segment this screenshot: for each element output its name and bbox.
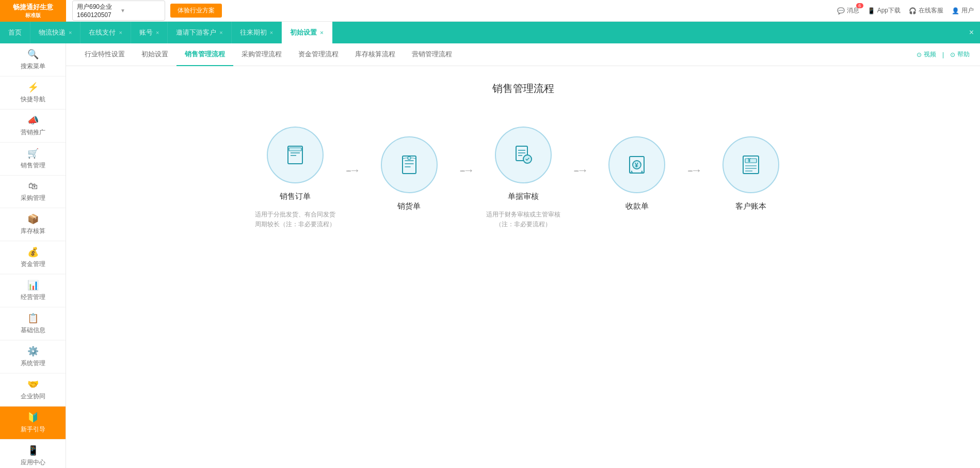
nav-tab-payment-close[interactable]: × bbox=[119, 29, 122, 36]
video-label: 视频 bbox=[924, 50, 936, 59]
page-title: 销售管理流程 bbox=[87, 82, 959, 96]
nav-tabs: 首页 物流快递 × 在线支付 × 账号 × 邀请下游客户 × 往来期初 × 初始… bbox=[0, 22, 980, 43]
mobile-icon: 📱 bbox=[27, 445, 39, 456]
sub-tabs-right: ⊙ 视频 | ⊙ 帮助 bbox=[917, 50, 970, 59]
message-button[interactable]: 💬 消息 6 bbox=[837, 6, 859, 15]
sidebar-item-marketing-promo-label: 营销推广 bbox=[21, 128, 45, 137]
nav-tab-logistics-label: 物流快递 bbox=[39, 28, 66, 37]
nav-tab-account-label: 账号 bbox=[139, 28, 153, 37]
flow-arrow-1: --→ bbox=[346, 164, 359, 177]
nav-close-all-button[interactable]: × bbox=[963, 22, 980, 43]
flow-label-receipt: 收款单 bbox=[625, 201, 649, 211]
chart-icon: 📊 bbox=[27, 279, 39, 291]
sidebar-item-sales-mgmt[interactable]: 🛒 销售管理 bbox=[0, 143, 66, 176]
flow-diagram: 销售订单 适用于分批发货、有合同发货周期较长（注：非必要流程） --→ bbox=[87, 127, 959, 229]
search-icon: 🔍 bbox=[27, 49, 39, 60]
app-download-label: App下载 bbox=[877, 6, 901, 15]
nav-tab-init-settings-close[interactable]: × bbox=[320, 29, 323, 36]
sidebar-item-purchase-mgmt[interactable]: 🛍 采购管理 bbox=[0, 176, 66, 208]
sub-tab-purchase-flow[interactable]: 采购管理流程 bbox=[233, 43, 290, 66]
nav-tab-logistics[interactable]: 物流快递 × bbox=[30, 22, 81, 43]
sidebar-item-app-center[interactable]: 📱 应用中心 bbox=[0, 440, 66, 468]
flow-desc-doc-review: 适用于财务审核或主管审核（注：非必要流程） bbox=[482, 210, 565, 229]
flow-circle-delivery[interactable] bbox=[381, 136, 438, 193]
sidebar-item-marketing-promo[interactable]: 📣 营销推广 bbox=[0, 110, 66, 143]
content-area: 行业特性设置 初始设置 销售管理流程 采购管理流程 资金管理流程 库存核算流程 bbox=[66, 43, 980, 468]
nav-tab-invite-label: 邀请下游客户 bbox=[176, 28, 216, 37]
online-service-label: 在线客服 bbox=[919, 6, 943, 15]
nav-tab-logistics-close[interactable]: × bbox=[69, 29, 72, 36]
money-icon: 💰 bbox=[27, 246, 39, 258]
nav-tab-account[interactable]: 账号 × bbox=[131, 22, 168, 43]
flow-circle-receipt[interactable]: ¥ bbox=[608, 136, 665, 193]
sub-tab-sales-flow[interactable]: 销售管理流程 bbox=[176, 43, 233, 66]
user-menu-label: 用户 bbox=[961, 6, 974, 15]
flow-label-delivery: 销货单 bbox=[397, 201, 421, 211]
user-selector[interactable]: 用户690企业1660120507 ▼ bbox=[72, 1, 165, 21]
help-icon: ⊙ bbox=[950, 51, 955, 58]
flow-label-customer-ledger: 客户账本 bbox=[735, 201, 766, 211]
nav-tab-home[interactable]: 首页 bbox=[0, 22, 30, 43]
sub-tabs: 行业特性设置 初始设置 销售管理流程 采购管理流程 资金管理流程 库存核算流程 bbox=[66, 43, 980, 66]
sidebar-item-enterprise-coop[interactable]: 🤝 企业协同 bbox=[0, 373, 66, 407]
sidebar-item-inventory-label: 库存核算 bbox=[21, 227, 45, 236]
sub-tab-finance-flow[interactable]: 资金管理流程 bbox=[290, 43, 347, 66]
svg-point-6 bbox=[408, 157, 411, 160]
sub-tabs-left: 行业特性设置 初始设置 销售管理流程 采购管理流程 资金管理流程 库存核算流程 bbox=[76, 43, 460, 66]
online-service-button[interactable]: 🎧 在线客服 bbox=[909, 6, 943, 15]
sub-tab-init[interactable]: 初始设置 bbox=[133, 43, 176, 66]
user-avatar-icon: 👤 bbox=[952, 7, 959, 14]
flow-item-sales-order: 销售订单 适用于分批发货、有合同发货周期较长（注：非必要流程） bbox=[249, 127, 342, 229]
box-icon: 📦 bbox=[27, 213, 39, 225]
page-content: 销售管理流程 销售订单 适用于分批发货、有合同 bbox=[66, 66, 980, 245]
sidebar-item-app-center-label: 应用中心 bbox=[21, 458, 45, 467]
guide-icon: 🔰 bbox=[27, 412, 39, 423]
sidebar-item-quick-nav[interactable]: ⚡ 快捷导航 bbox=[0, 76, 66, 110]
handshake-icon: 🤝 bbox=[27, 379, 39, 390]
gear-icon: ⚙️ bbox=[27, 346, 39, 357]
video-help-button[interactable]: ⊙ 视频 bbox=[917, 50, 936, 59]
sub-tab-inventory-flow[interactable]: 库存核算流程 bbox=[347, 43, 404, 66]
logo-title: 畅捷通好生意 bbox=[13, 3, 53, 12]
sidebar-item-ops-mgmt[interactable]: 📊 经营管理 bbox=[0, 274, 66, 307]
trial-button[interactable]: 体验行业方案 bbox=[170, 4, 222, 18]
flow-label-sales-order: 销售订单 bbox=[280, 192, 311, 201]
user-selector-label: 用户690企业1660120507 bbox=[77, 3, 117, 19]
app-download-button[interactable]: 📱 App下载 bbox=[867, 6, 901, 15]
svg-text:¥: ¥ bbox=[635, 162, 638, 169]
sidebar-item-finance[interactable]: 💰 资金管理 bbox=[0, 241, 66, 274]
sidebar-item-inventory[interactable]: 📦 库存核算 bbox=[0, 208, 66, 241]
nav-tab-payment[interactable]: 在线支付 × bbox=[81, 22, 131, 43]
megaphone-icon: 📣 bbox=[27, 115, 39, 126]
main-layout: 🔍 搜索菜单 ⚡ 快捷导航 📣 营销推广 🛒 销售管理 🛍 采购管理 📦 库存核… bbox=[0, 43, 980, 468]
help-button[interactable]: ⊙ 帮助 bbox=[950, 50, 970, 59]
nav-tab-period-label: 往来期初 bbox=[240, 28, 267, 37]
nav-tab-invite-close[interactable]: × bbox=[219, 29, 222, 36]
nav-tab-period[interactable]: 往来期初 × bbox=[232, 22, 282, 43]
sub-tab-inventory-flow-label: 库存核算流程 bbox=[355, 50, 395, 59]
nav-tab-init-settings[interactable]: 初始设置 × bbox=[282, 22, 332, 43]
sub-tab-industry-label: 行业特性设置 bbox=[85, 50, 125, 59]
flow-desc-sales-order: 适用于分批发货、有合同发货周期较长（注：非必要流程） bbox=[254, 210, 336, 229]
flow-circle-sales-order[interactable] bbox=[267, 127, 324, 183]
nav-tab-invite[interactable]: 邀请下游客户 × bbox=[168, 22, 231, 43]
flow-circle-customer-ledger[interactable]: ¥ bbox=[722, 136, 779, 193]
nav-tab-period-close[interactable]: × bbox=[270, 29, 273, 36]
flow-circle-doc-review[interactable] bbox=[495, 127, 552, 183]
nav-tab-account-close[interactable]: × bbox=[156, 29, 159, 36]
top-bar: 畅捷通好生意 标准版 用户690企业1660120507 ▼ 体验行业方案 💬 … bbox=[0, 0, 980, 22]
logo-area: 畅捷通好生意 标准版 bbox=[0, 0, 66, 22]
nav-tab-payment-label: 在线支付 bbox=[89, 28, 116, 37]
sidebar-item-search[interactable]: 🔍 搜索菜单 bbox=[0, 43, 66, 76]
sidebar-item-search-label: 搜索菜单 bbox=[21, 62, 45, 71]
sub-tab-industry[interactable]: 行业特性设置 bbox=[76, 43, 133, 66]
sidebar-item-system[interactable]: ⚙️ 系统管理 bbox=[0, 340, 66, 373]
dropdown-arrow-icon: ▼ bbox=[120, 8, 160, 13]
sidebar-item-new-guide[interactable]: 🔰 新手引导 bbox=[0, 407, 66, 440]
user-menu-button[interactable]: 👤 用户 bbox=[952, 6, 974, 15]
flow-item-customer-ledger: ¥ 客户账本 bbox=[704, 136, 797, 220]
sub-tab-marketing-flow[interactable]: 营销管理流程 bbox=[404, 43, 460, 66]
sidebar-item-basic-info[interactable]: 📋 基础信息 bbox=[0, 307, 66, 340]
lightning-icon: ⚡ bbox=[27, 82, 39, 93]
nav-tab-home-label: 首页 bbox=[8, 28, 22, 37]
